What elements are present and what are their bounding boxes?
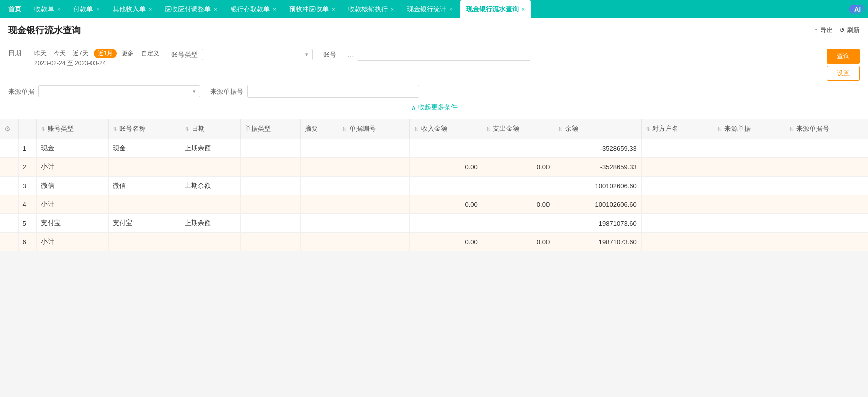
nav-label-collection-exec: 收款核销执行 [348, 5, 388, 14]
close-cash-bank-flow[interactable]: × [522, 6, 525, 12]
row-doc-no [338, 195, 410, 214]
row-doc-no [338, 158, 410, 177]
row-account-name: 现金 [108, 139, 180, 158]
row-account-type: 小计 [36, 158, 108, 177]
col-account-name[interactable]: ⇅ 账号名称 [108, 119, 180, 139]
close-prepay-flush[interactable]: × [332, 6, 335, 12]
row-source-doc [713, 158, 785, 177]
nav-item-collection-exec[interactable]: 收款核销执行 × [342, 0, 400, 18]
sort-account-name-icon: ⇅ [113, 126, 117, 132]
row-doc-type [241, 214, 301, 233]
col-source-doc[interactable]: ⇅ 来源单据 [713, 119, 785, 139]
refresh-icon: ↺ [839, 26, 845, 34]
settings-button[interactable]: 设置 [827, 66, 860, 81]
row-source-doc [713, 195, 785, 214]
row-income: 0.00 [410, 158, 482, 177]
sort-date-icon: ⇅ [185, 126, 189, 132]
row-settings [0, 233, 18, 251]
col-date[interactable]: ⇅ 日期 [180, 119, 241, 139]
date-option-last7[interactable]: 近7天 [71, 49, 90, 58]
row-account-name [108, 158, 180, 177]
table-row[interactable]: 3微信微信上期余额100102606.60 [0, 177, 868, 195]
table-row[interactable]: 5支付宝支付宝上期余额19871073.60 [0, 214, 868, 233]
row-doc-no [338, 214, 410, 233]
row-expense: 0.00 [482, 158, 554, 177]
row-income: 0.00 [410, 233, 482, 251]
row-index: 6 [18, 233, 36, 251]
nav-label-bank-deposit: 银行存取款单 [231, 5, 270, 14]
export-button[interactable]: ↑ 导出 [815, 26, 834, 35]
row-source-doc-no [785, 139, 868, 158]
close-cash-bank-stat[interactable]: × [449, 6, 452, 12]
date-option-custom[interactable]: 自定义 [139, 49, 161, 58]
table-row[interactable]: 1现金现金上期余额-3528659.33 [0, 139, 868, 158]
date-option-more[interactable]: 更多 [120, 49, 136, 58]
close-payment[interactable]: × [96, 6, 99, 12]
ai-badge[interactable]: Ai [849, 5, 866, 14]
row-settings [0, 214, 18, 233]
table-settings-icon[interactable]: ⚙ [4, 125, 11, 133]
col-balance[interactable]: ⇅ 余额 [554, 119, 642, 139]
row-doc-no [338, 177, 410, 195]
row-date: 上期余额 [180, 177, 241, 195]
col-settings[interactable]: ⚙ [0, 119, 18, 139]
row-source-doc [713, 214, 785, 233]
close-other-income[interactable]: × [149, 6, 152, 12]
col-expense[interactable]: ⇅ 支出金额 [482, 119, 554, 139]
row-index: 2 [18, 158, 36, 177]
row-settings [0, 177, 18, 195]
nav-item-other-income[interactable]: 其他收入单 × [107, 0, 158, 18]
nav-item-bank-deposit[interactable]: 银行存取款单 × [224, 0, 282, 18]
nav-item-cash-bank-flow[interactable]: 现金银行流水查询 × [460, 0, 531, 18]
query-button[interactable]: 查询 [827, 49, 860, 64]
close-bank-deposit[interactable]: × [273, 6, 276, 12]
close-receipt[interactable]: × [57, 6, 60, 12]
row-expense [482, 177, 554, 195]
nav-label-cash-bank-flow: 现金银行流水查询 [466, 5, 519, 14]
nav-item-receipt[interactable]: 收款单 × [28, 0, 66, 18]
row-source-doc-no [785, 158, 868, 177]
close-collection-exec[interactable]: × [391, 6, 394, 12]
export-icon: ↑ [815, 26, 818, 34]
col-counterparty[interactable]: ⇅ 对方户名 [641, 119, 713, 139]
col-source-doc-no[interactable]: ⇅ 来源单据号 [785, 119, 868, 139]
table-row[interactable]: 2小计0.000.00-3528659.33 [0, 158, 868, 177]
date-option-last1month[interactable]: 近1月 [94, 49, 117, 58]
row-account-type: 支付宝 [36, 214, 108, 233]
account-input[interactable] [358, 49, 530, 61]
top-navigation: 首页 收款单 × 付款单 × 其他收入单 × 应收应付调整单 × 银行存取款单 … [0, 0, 868, 18]
nav-item-payment[interactable]: 付款单 × [67, 0, 105, 18]
col-income[interactable]: ⇅ 收入金额 [410, 119, 482, 139]
row-expense [482, 214, 554, 233]
date-option-yesterday[interactable]: 昨天 [32, 49, 49, 58]
sort-source-doc-icon: ⇅ [717, 126, 721, 132]
row-income [410, 214, 482, 233]
page-title: 现金银行流水查询 [8, 24, 81, 36]
row-account-name [108, 195, 180, 214]
nav-item-cash-bank-stat[interactable]: 现金银行统计 × [401, 0, 459, 18]
table-row[interactable]: 6小计0.000.0019871073.60 [0, 233, 868, 251]
source-doc-no-input[interactable] [247, 85, 419, 98]
nav-item-prepay-flush[interactable]: 预收冲应收单 × [283, 0, 341, 18]
collapse-filters-button[interactable]: ∧ 收起更多条件 [8, 102, 860, 113]
row-doc-no [338, 139, 410, 158]
row-source-doc-no [785, 214, 868, 233]
row-income [410, 139, 482, 158]
nav-item-home[interactable]: 首页 [2, 0, 27, 18]
row-income: 0.00 [410, 195, 482, 214]
main-content: ⚙ ⇅ 账号类型 ⇅ 账号名称 ⇅ 日期 单据类型 [0, 119, 868, 251]
nav-item-ar-ap-adjust[interactable]: 应收应付调整单 × [159, 0, 223, 18]
source-doc-select[interactable]: ▾ [38, 85, 200, 97]
col-account-type[interactable]: ⇅ 账号类型 [36, 119, 108, 139]
row-summary [301, 195, 338, 214]
account-type-select[interactable]: ▾ [202, 49, 313, 60]
col-doc-no[interactable]: ⇅ 单据编号 [338, 119, 410, 139]
refresh-button[interactable]: ↺ 刷新 [839, 26, 860, 35]
sort-income-icon: ⇅ [414, 126, 418, 132]
row-expense: 0.00 [482, 195, 554, 214]
table-row[interactable]: 4小计0.000.00100102606.60 [0, 195, 868, 214]
account-dots[interactable]: ... [347, 50, 354, 59]
close-ar-ap-adjust[interactable]: × [214, 6, 217, 12]
date-options: 昨天 今天 近7天 近1月 更多 自定义 [32, 49, 161, 58]
date-option-today[interactable]: 今天 [52, 49, 68, 58]
